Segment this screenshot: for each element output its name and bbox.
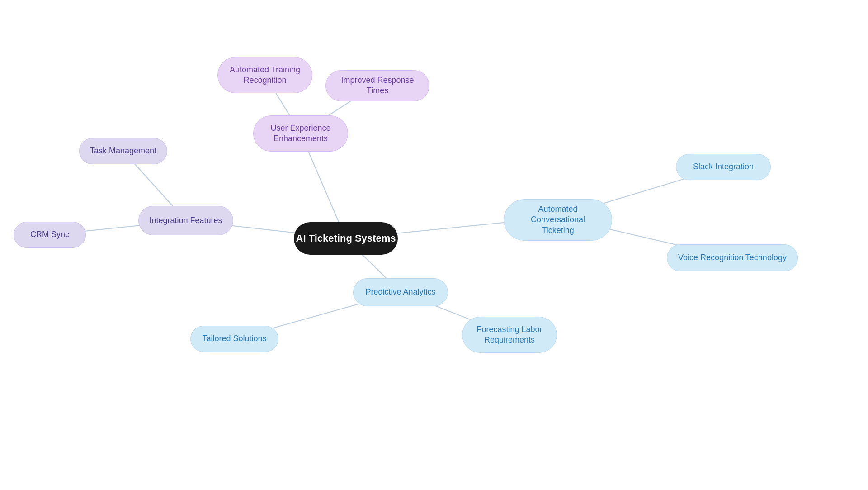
node-label-user-experience: User Experience Enhancements	[270, 123, 330, 144]
node-label-voice-recognition: Voice Recognition Technology	[678, 252, 787, 263]
mind-map-container: AI Ticketing SystemsAutomated Training R…	[0, 0, 868, 490]
node-label-task-management: Task Management	[90, 146, 156, 156]
node-user-experience[interactable]: User Experience Enhancements	[253, 115, 348, 152]
node-label-predictive-analytics: Predictive Analytics	[365, 287, 435, 297]
node-label-automated-conversational: Automated Conversational Ticketing	[512, 204, 604, 236]
node-automated-conversational[interactable]: Automated Conversational Ticketing	[504, 199, 612, 241]
node-crm-sync[interactable]: CRM Sync	[14, 222, 86, 248]
node-predictive-analytics[interactable]: Predictive Analytics	[353, 278, 448, 306]
node-label-automated-training: Automated Training Recognition	[230, 65, 300, 86]
center-node[interactable]: AI Ticketing Systems	[294, 222, 398, 255]
node-label-tailored-solutions: Tailored Solutions	[202, 333, 266, 344]
node-integration-features[interactable]: Integration Features	[138, 206, 233, 235]
node-label-integration-features: Integration Features	[149, 215, 222, 226]
node-label-slack-integration: Slack Integration	[693, 162, 754, 172]
node-forecasting-labor[interactable]: Forecasting Labor Requirements	[462, 317, 557, 353]
node-task-management[interactable]: Task Management	[79, 138, 167, 164]
node-label-forecasting-labor: Forecasting Labor Requirements	[476, 324, 542, 346]
node-automated-training[interactable]: Automated Training Recognition	[217, 57, 312, 93]
center-node-label: AI Ticketing Systems	[296, 233, 396, 244]
node-improved-response[interactable]: Improved Response Times	[326, 70, 429, 101]
node-voice-recognition[interactable]: Voice Recognition Technology	[667, 244, 798, 271]
node-label-crm-sync: CRM Sync	[30, 229, 69, 240]
node-label-improved-response: Improved Response Times	[334, 75, 421, 96]
node-tailored-solutions[interactable]: Tailored Solutions	[190, 326, 278, 352]
node-slack-integration[interactable]: Slack Integration	[676, 154, 771, 180]
